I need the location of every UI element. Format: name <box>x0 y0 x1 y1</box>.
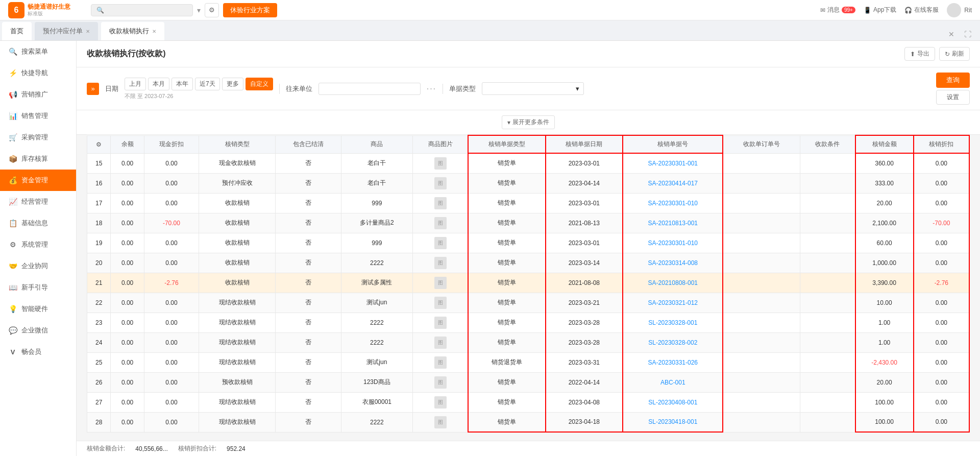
cell-goods: 2222 <box>341 412 412 432</box>
bill-no-link[interactable]: SL-20230328-002 <box>648 339 697 346</box>
table-container[interactable]: ⚙ 余额 现金折扣 核销类型 包含已结清 商品 商品图片 核销单据类型 核销单据… <box>77 135 980 441</box>
tab-close-all[interactable]: ✕ <box>945 28 958 40</box>
cell-bill-no[interactable]: SA-20230301-010 <box>623 233 723 253</box>
online-service-btn[interactable]: 🎧 在线客服 <box>904 6 939 14</box>
cell-settled: 否 <box>275 352 341 372</box>
cell-cash-discount: 0.00 <box>144 293 199 313</box>
bill-no-link[interactable]: SA-20230301-001 <box>648 160 698 167</box>
cell-bill-no[interactable]: SA-20230414-017 <box>623 173 723 193</box>
bill-no-link[interactable]: ABC-001 <box>660 379 685 386</box>
sidebar-label-marketing: 营销推广 <box>21 90 48 99</box>
sidebar-item-member[interactable]: V 畅会员 <box>0 341 76 363</box>
query-button[interactable]: 查询 <box>936 73 970 88</box>
th-bill-no: 核销单据号 <box>623 135 723 153</box>
sidebar-item-inventory[interactable]: 📦 库存核算 <box>0 148 76 170</box>
cell-bill-no[interactable]: SL-20230408-001 <box>623 392 723 412</box>
bill-no-link[interactable]: SA-20230301-010 <box>648 239 698 247</box>
cell-bill-no[interactable]: SA-20230331-026 <box>623 352 723 372</box>
date-btn-this-month[interactable]: 本月 <box>148 78 169 90</box>
bill-no-link[interactable]: SA-20210808-001 <box>648 279 698 286</box>
cell-bill-no[interactable]: SA-20230321-012 <box>623 293 723 313</box>
tab-prepay[interactable]: 预付冲应付单 ✕ <box>35 22 98 40</box>
cell-receipt-order <box>723 193 800 213</box>
industry-btn[interactable]: 休验行业方案 <box>223 3 277 17</box>
sidebar-item-operations[interactable]: 📈 经营管理 <box>0 191 76 212</box>
bill-no-link[interactable]: SA-20230331-026 <box>648 359 698 366</box>
app-download-btn[interactable]: 📱 App下载 <box>864 6 896 14</box>
refresh-button[interactable]: ↻ 刷新 <box>939 47 970 61</box>
cell-bill-no[interactable]: SA-20230314-008 <box>623 253 723 273</box>
cell-goods-img: 图 <box>413 372 468 392</box>
message-icon: ✉ <box>820 7 825 14</box>
tab-prepay-close[interactable]: ✕ <box>86 29 90 34</box>
sidebar-label-purchase: 采购管理 <box>21 133 48 142</box>
cell-goods: 老白干 <box>341 173 412 193</box>
sidebar-item-sales[interactable]: 📊 销售管理 <box>0 105 76 127</box>
tab-fullscreen[interactable]: ⛶ <box>962 28 974 40</box>
export-label: 导出 <box>917 50 929 58</box>
settings-button[interactable]: 设置 <box>936 90 970 105</box>
message-btn[interactable]: ✉ 消息 99+ <box>820 6 855 14</box>
filter-collapse-btn[interactable]: » <box>87 83 99 95</box>
user-area[interactable]: Rit <box>947 3 972 17</box>
tab-writeoff[interactable]: 收款核销执行 ✕ <box>101 22 164 40</box>
date-btn-last-month[interactable]: 上月 <box>125 78 146 90</box>
sidebar-item-purchase[interactable]: 🛒 采购管理 <box>0 127 76 148</box>
cell-bill-no[interactable]: SA-20210808-001 <box>623 273 723 293</box>
cell-bill-no[interactable]: SL-20230328-002 <box>623 332 723 352</box>
th-settings[interactable]: ⚙ <box>87 135 111 153</box>
bill-no-link[interactable]: SL-20230408-001 <box>648 399 697 406</box>
expand-more-btn[interactable]: ▾ 展开更多条件 <box>502 115 555 129</box>
export-button[interactable]: ⬆ 导出 <box>904 47 935 61</box>
cell-goods-img: 图 <box>413 193 468 213</box>
date-btn-more[interactable]: 更多 <box>222 78 243 90</box>
cell-write-off-type: 收款核销 <box>199 273 276 293</box>
bill-no-link[interactable]: SL-20230418-001 <box>648 418 697 425</box>
expand-label: 展开更多条件 <box>512 118 549 127</box>
sidebar-item-marketing[interactable]: 📢 营销推广 <box>0 84 76 105</box>
cell-bill-no[interactable]: SA-20230301-001 <box>623 153 723 173</box>
cell-bill-no[interactable]: SL-20230418-001 <box>623 412 723 432</box>
sidebar-item-system[interactable]: ⚙ 系统管理 <box>0 234 76 255</box>
date-btn-custom[interactable]: 自定义 <box>246 78 273 90</box>
bill-no-link[interactable]: SA-20230301-010 <box>648 200 698 207</box>
sidebar-item-wechat[interactable]: 💬 企业微信 <box>0 320 76 341</box>
cell-bill-no[interactable]: ABC-001 <box>623 372 723 392</box>
cell-bill-no[interactable]: SA-20230301-010 <box>623 193 723 213</box>
cell-bill-date: 2023-04-18 <box>546 412 623 432</box>
cell-bill-type: 销货单 <box>468 193 546 213</box>
gear-button[interactable]: ⚙ <box>205 3 219 17</box>
sidebar-item-search[interactable]: 🔍 搜索菜单 <box>0 41 76 62</box>
tab-home[interactable]: 首页 <box>2 22 32 40</box>
sidebar-item-hardware[interactable]: 💡 智能硬件 <box>0 298 76 320</box>
bill-no-link[interactable]: SL-20230328-001 <box>648 319 697 326</box>
main-layout: 🔍 搜索菜单 ⚡ 快捷导航 📢 营销推广 📊 销售管理 🛒 采购管理 📦 库存核… <box>0 41 980 456</box>
date-btn-this-year[interactable]: 本年 <box>172 78 193 90</box>
cell-receipt-order <box>723 372 800 392</box>
sidebar-item-quicknav[interactable]: ⚡ 快捷导航 <box>0 62 76 84</box>
cell-cash-discount: 0.00 <box>144 233 199 253</box>
cell-bill-no[interactable]: SL-20230328-001 <box>623 313 723 332</box>
cell-receipt-order <box>723 332 800 352</box>
date-btn-7days[interactable]: 近7天 <box>195 78 220 90</box>
cell-cash-discount: 0.00 <box>144 313 199 332</box>
cell-settled: 否 <box>275 173 341 193</box>
cell-settled: 否 <box>275 193 341 213</box>
cell-bill-no[interactable]: SA-20210813-001 <box>623 213 723 233</box>
sidebar-item-guide[interactable]: 📖 新手引导 <box>0 277 76 298</box>
bill-no-link[interactable]: SA-20210813-001 <box>648 220 698 227</box>
bill-no-link[interactable]: SA-20230314-008 <box>648 259 698 267</box>
from-unit-input[interactable] <box>318 83 421 95</box>
cell-receipt-order <box>723 153 800 173</box>
sidebar-item-basic-info[interactable]: 📋 基础信息 <box>0 212 76 234</box>
bill-type-select[interactable]: ▾ <box>482 82 584 95</box>
cell-write-off-type: 现结收款核销 <box>199 392 276 412</box>
sidebar-item-finance[interactable]: 💰 资金管理 <box>0 170 76 191</box>
sidebar-item-collab[interactable]: 🤝 企业协同 <box>0 255 76 277</box>
bill-no-link[interactable]: SA-20230321-012 <box>648 299 698 306</box>
tab-writeoff-close[interactable]: ✕ <box>152 29 156 34</box>
top-bar-right: ✉ 消息 99+ 📱 App下载 🎧 在线客服 Rit <box>820 3 972 17</box>
total-amount-value: 40,556,66... <box>135 445 167 452</box>
dropdown-icon[interactable]: ▾ <box>197 6 201 14</box>
bill-no-link[interactable]: SA-20230414-017 <box>648 180 698 187</box>
